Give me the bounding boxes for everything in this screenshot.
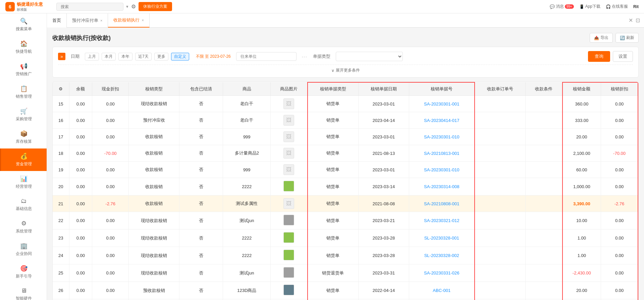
sidebar-item-guide[interactable]: 🎯新手引导	[0, 261, 47, 283]
tab-home[interactable]: 首页	[47, 13, 67, 28]
last-month-btn[interactable]: 上月	[85, 53, 99, 60]
bill-no-link[interactable]: SA-20210808-001	[424, 201, 460, 206]
bill-no-link[interactable]: SA-20230331-026	[424, 270, 460, 275]
solution-button[interactable]: 休验行业方案	[139, 2, 172, 11]
sidebar-item-quick-nav[interactable]: 🏠快捷导航	[0, 36, 47, 58]
sidebar-item-operations[interactable]: 📊经营管理	[0, 171, 47, 194]
cell-9[interactable]: SA-20230301-001	[409, 96, 474, 112]
bill-no-link[interactable]: SL-20230328-002	[424, 253, 459, 258]
cell-2: 0.00	[92, 112, 129, 129]
cell-9[interactable]: SA-20230301-010	[409, 162, 474, 178]
bill-type-select[interactable]	[336, 52, 403, 61]
user-name[interactable]: Rit	[633, 4, 639, 9]
cell-9[interactable]: ABC-001	[409, 282, 474, 299]
bill-no-link[interactable]: SA-20230301-001	[424, 101, 460, 106]
more-date-btn[interactable]: 更多	[154, 53, 168, 60]
page-title: 收款核销执行(按收款)	[52, 34, 111, 42]
sidebar-item-system[interactable]: ⚙系统管理	[0, 216, 47, 238]
bill-type-label: 单据类型	[313, 53, 330, 59]
sidebar-item-purchase[interactable]: 🛒采购管理	[0, 103, 47, 126]
cell-13: 0.00	[601, 96, 638, 112]
custom-date-btn[interactable]: 自定义	[171, 53, 189, 60]
cell-9[interactable]: SA-20210813-001	[409, 145, 474, 162]
query-button[interactable]: 查询	[588, 51, 610, 62]
message-item[interactable]: 💬 消息 99+	[550, 4, 574, 9]
cell-5: 多计量商品2	[223, 145, 271, 162]
cell-1: 0.00	[69, 112, 92, 129]
cell-2: 0.00	[92, 212, 129, 229]
bill-no-link[interactable]: ABC-001	[433, 288, 450, 293]
cell-9[interactable]: SA-20230331-026	[409, 264, 474, 282]
tab-close-2[interactable]: ×	[142, 18, 144, 22]
app-download-link[interactable]: 📱 App下载	[579, 4, 600, 9]
cell-8: 2023-03-01	[359, 96, 409, 112]
bill-no-link[interactable]: SA-20230301-010	[424, 167, 460, 172]
bill-no-link[interactable]: SA-20230301-010	[424, 134, 460, 139]
bill-no-link[interactable]: SA-20230321-012	[424, 218, 460, 223]
cell-3: 收款核销	[129, 145, 179, 162]
cell-10	[475, 282, 526, 299]
cell-3: 预收款核销	[129, 282, 179, 299]
tab-close-window-icon[interactable]: ✕	[629, 17, 633, 24]
cell-11	[525, 96, 562, 112]
bill-no-link[interactable]: SA-20210813-001	[424, 151, 460, 156]
sidebar-item-hardware[interactable]: 🖥智能硬件	[0, 283, 47, 300]
tab-close-1[interactable]: ×	[100, 18, 102, 23]
sidebar-item-base[interactable]: 🗂基础信息	[0, 194, 47, 216]
sidebar-item-sales[interactable]: 📋销售管理	[0, 81, 47, 103]
last7days-btn[interactable]: 近7天	[135, 53, 152, 60]
cell-12: 333.00	[562, 112, 601, 129]
tab-expand-icon[interactable]: ⊡	[636, 17, 640, 24]
settings-icon[interactable]: ⚙	[131, 3, 136, 10]
this-year-btn[interactable]: 本年	[118, 53, 132, 60]
sidebar-item-enterprise[interactable]: 🏢企业协同	[0, 238, 47, 261]
app-sub: 标准版	[17, 7, 43, 12]
cell-1: 0.00	[69, 162, 92, 178]
sidebar-item-inventory[interactable]: 📦库存核算	[0, 126, 47, 148]
cell-7: 销货单	[308, 282, 359, 299]
bill-no-link[interactable]: SL-20230328-001	[424, 235, 459, 241]
cell-10	[475, 162, 526, 178]
cell-1: 0.00	[69, 229, 92, 247]
cell-12: -2,430.00	[562, 264, 601, 282]
col-header-5: 商品	[223, 82, 271, 96]
bill-no-link[interactable]: SA-20230414-017	[424, 118, 460, 123]
filter-expand-button[interactable]: »	[58, 53, 65, 60]
cell-9[interactable]: SL-20230328-001	[409, 229, 474, 247]
table-body: 150.000.00现结收款核销否老白干🖼销货单2023-03-01SA-202…	[53, 96, 638, 300]
export-button[interactable]: 📤 导出	[590, 33, 613, 43]
expand-more-row[interactable]: ∨ 展开更多条件	[58, 65, 633, 73]
tab-prepayment[interactable]: 预付冲应付单 ×	[67, 13, 108, 28]
cell-9[interactable]: SL-20230328-002	[409, 247, 474, 264]
sidebar-item-search[interactable]: 🔍搜索菜单	[0, 13, 47, 36]
online-service-link[interactable]: 🎧 在线客服	[606, 4, 628, 9]
cell-2: 0.00	[92, 178, 129, 196]
data-table: ⚙余额现金折扣核销类型包含已结清商品商品图片核销单据类型核销单据日期核销单据号收…	[53, 82, 638, 300]
settings-button[interactable]: 设置	[613, 51, 633, 62]
dropdown-icon[interactable]: ▾	[126, 4, 128, 9]
cell-7: 销货单	[308, 229, 359, 247]
sidebar-item-finance[interactable]: 💰资金管理	[0, 148, 47, 171]
filter-dots-1[interactable]: ···	[302, 54, 308, 59]
cell-9[interactable]: SA-20230414-017	[409, 112, 474, 129]
top-search-input[interactable]	[56, 3, 123, 11]
cell-9[interactable]: SA-20230314-008	[409, 178, 474, 196]
cell-8: 2023-03-01	[359, 162, 409, 178]
tab-receipt-verification[interactable]: 收款核销执行 ×	[108, 13, 149, 28]
this-month-btn[interactable]: 本月	[102, 53, 116, 60]
sidebar-label-operations: 经营管理	[16, 184, 32, 189]
chevron-down-icon: ∨	[331, 68, 334, 73]
partner-input[interactable]	[236, 52, 297, 61]
cell-7: 销货单	[308, 145, 359, 162]
finance-icon: 💰	[20, 153, 28, 160]
cell-0: 23	[53, 229, 69, 247]
sidebar-item-marketing[interactable]: 📢营销推广	[0, 58, 47, 81]
cell-9[interactable]: SA-20210808-001	[409, 196, 474, 212]
bill-no-link[interactable]: SA-20230314-008	[424, 184, 460, 189]
refresh-button[interactable]: 🔄 刷新	[615, 33, 639, 43]
cell-2: -70.00	[92, 145, 129, 162]
cell-9[interactable]: SA-20230321-012	[409, 212, 474, 229]
cell-10	[475, 196, 526, 212]
sidebar-label-enterprise: 企业协同	[16, 251, 32, 257]
cell-9[interactable]: SA-20230301-010	[409, 129, 474, 145]
